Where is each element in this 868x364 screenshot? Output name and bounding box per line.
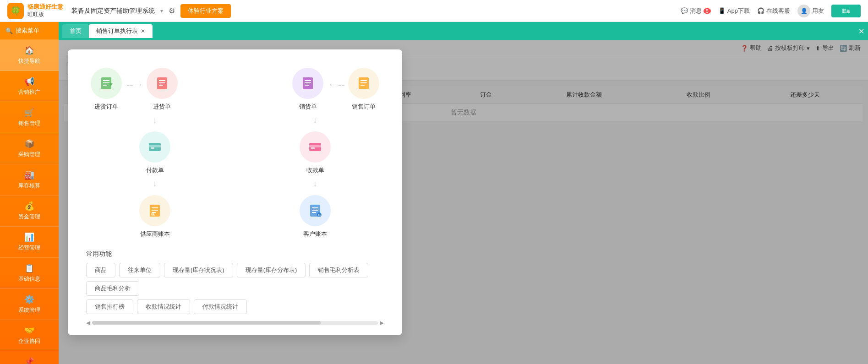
svg-text:账: 账	[318, 213, 321, 217]
message-badge: 5	[704, 8, 711, 14]
page-content: ❓ 帮助 🖨 按模板打印 ▾ ⬆ 导出 🔄 刷新	[59, 40, 868, 364]
sales-label: 销售管理	[18, 120, 40, 127]
ea-badge: Ea	[831, 5, 861, 17]
func-btn-receipt-stat[interactable]: 收款情况统计	[137, 299, 190, 314]
func-btn-stock-status[interactable]: 现存量(库存状况表)	[164, 263, 233, 277]
func-btn-product[interactable]: 商品	[86, 263, 115, 277]
avatar: 👤	[797, 5, 810, 17]
modal-overlay: 进货订单 - - →	[59, 40, 868, 364]
app-icon: 📱	[718, 7, 726, 14]
func-btn-payment-stat[interactable]: 付款情况统计	[194, 299, 247, 314]
settings-icon[interactable]: ⚙	[169, 6, 175, 15]
base-info-icon: 📋	[24, 263, 34, 273]
svg-text:账: 账	[151, 212, 155, 217]
logo-sub: 旺旺版	[27, 11, 63, 18]
system-icon: ⚙️	[24, 294, 34, 304]
sidebar-item-system[interactable]: ⚙️ 系统管理	[0, 289, 59, 320]
trial-button[interactable]: 体验行业方案	[180, 4, 231, 18]
content-area: 首页 销售订单执行表 ✕ ✕ ❓ 帮助 🖨	[59, 22, 868, 364]
tab-home-label: 首页	[70, 27, 82, 35]
func-btn-product-gross[interactable]: 商品毛利分析	[86, 281, 139, 296]
sidebar-item-enterprise[interactable]: 🤝 企业协同	[0, 320, 59, 351]
purchase-icon: 📦	[24, 139, 34, 149]
payment-node[interactable]: 付款单	[132, 127, 178, 179]
app-download-button[interactable]: 📱 App下载	[718, 7, 750, 15]
finance-label: 资金管理	[18, 213, 40, 221]
scrollbar-thumb	[92, 321, 321, 325]
marketing-icon: 📢	[24, 76, 34, 87]
system-dropdown-icon[interactable]: ▾	[160, 8, 163, 14]
sidebar-item-quick-nav[interactable]: 🏠 快捷导航	[0, 40, 59, 71]
supplier-account-label: 供应商账本	[140, 230, 170, 238]
message-button[interactable]: 💬 消息 5	[681, 7, 711, 15]
logo-main: 畅康通好生意	[27, 3, 63, 11]
inventory-label: 库存核算	[18, 182, 40, 190]
sidebar-item-purchase[interactable]: 📦 采购管理	[0, 133, 59, 164]
sidebar-item-inventory[interactable]: 🏭 库存核算	[0, 164, 59, 196]
scroll-right-icon[interactable]: ▶	[380, 320, 384, 326]
sales-order-icon	[348, 68, 379, 99]
tab-close-icon[interactable]: ✕	[141, 28, 145, 34]
sidebar: 🔍 搜索菜单 🏠 快捷导航 📢 营销推广 🛒 销售管理 📦 采购管理 🏭	[0, 22, 59, 364]
modal-box: 进货订单 - - →	[68, 49, 402, 335]
tab-sales-order-exec[interactable]: 销售订单执行表 ✕	[89, 24, 153, 38]
sidebar-item-base-info[interactable]: 📋 基础信息	[0, 258, 59, 289]
sales-order-node[interactable]: 销售订单	[344, 63, 384, 115]
sidebar-item-operation[interactable]: 📊 经营管理	[0, 227, 59, 258]
user-name: 用友	[812, 7, 824, 15]
supplier-account-icon: 账	[139, 195, 170, 226]
receipt-label: 收款单	[306, 166, 324, 174]
func-buttons-row2: 销售排行榜 收款情况统计 付款情况统计	[86, 299, 384, 314]
svg-rect-19	[151, 147, 154, 149]
sidebar-item-sales[interactable]: 🛒 销售管理	[0, 102, 59, 133]
sidebar-item-guide[interactable]: 📌 新手引导	[0, 351, 59, 364]
customer-account-node[interactable]: 账 客户账本	[292, 190, 338, 243]
top-bar: 🍀 畅康通好生意 旺旺版 装备及固定资产辅助管理系统 ▾ ⚙ 体验行业方案 💬 …	[0, 0, 868, 22]
enterprise-icon: 🤝	[24, 326, 34, 336]
func-btn-sales-gross[interactable]: 销售毛利分析表	[309, 263, 368, 277]
top-bar-left: 🍀 畅康通好生意 旺旺版 装备及固定资产辅助管理系统 ▾ ⚙ 体验行业方案	[7, 3, 231, 19]
scrollbar-track[interactable]	[92, 321, 378, 325]
message-label: 消息	[690, 7, 702, 15]
receipt-node[interactable]: 收款单	[292, 127, 338, 179]
marketing-label: 营销推广	[18, 88, 40, 96]
base-info-label: 基础信息	[18, 275, 40, 283]
sidebar-item-finance[interactable]: 💰 资金管理	[0, 196, 59, 227]
message-icon: 💬	[681, 7, 688, 14]
user-area[interactable]: 👤 用友	[797, 5, 824, 17]
sidebar-item-marketing[interactable]: 📢 营销推广	[0, 71, 59, 102]
purchase-bill-node[interactable]: 进货单	[142, 63, 182, 115]
app-download-label: App下载	[727, 7, 750, 15]
search-icon: 🔍	[5, 27, 13, 34]
sales-bill-icon	[292, 68, 323, 99]
online-service-button[interactable]: 🎧 在线客服	[757, 7, 790, 15]
system-name: 装备及固定资产辅助管理系统	[71, 7, 155, 15]
inventory-icon: 🏭	[24, 170, 34, 180]
func-btn-sales-rank[interactable]: 销售排行榜	[86, 299, 133, 314]
func-btn-stock-dist[interactable]: 现存量(库存分布表)	[237, 263, 306, 277]
sales-bill-node[interactable]: 销货单	[288, 63, 328, 115]
operation-icon: 📊	[24, 232, 34, 242]
sales-order-label: 销售订单	[352, 103, 376, 111]
guide-icon: 📌	[24, 357, 34, 364]
arrow-so-sb: ← - -	[328, 79, 344, 100]
tab-home[interactable]: 首页	[62, 24, 89, 38]
purchase-bill-label: 进货单	[153, 103, 171, 111]
enterprise-label: 企业协同	[18, 337, 40, 345]
tab-bar-close-icon[interactable]: ✕	[858, 27, 864, 36]
purchase-label: 采购管理	[18, 151, 40, 158]
purchase-order-node[interactable]: 进货订单	[86, 63, 126, 115]
func-btn-partner[interactable]: 往来单位	[119, 263, 160, 277]
service-label: 在线客服	[766, 7, 790, 15]
sales-bill-label: 销货单	[299, 103, 317, 111]
func-buttons-row1: 商品 往来单位 现存量(库存状况表) 现存量(库存分布表) 销售毛利分析表 商品…	[86, 263, 384, 296]
operation-label: 经营管理	[18, 244, 40, 252]
supplier-account-node[interactable]: 账 供应商账本	[132, 190, 178, 243]
service-icon: 🎧	[757, 7, 764, 14]
system-label: 系统管理	[18, 306, 40, 314]
scroll-left-icon[interactable]: ◀	[86, 320, 90, 326]
purchase-order-icon	[91, 68, 122, 99]
svg-rect-18	[149, 145, 161, 147]
logo-text: 畅康通好生意 旺旺版	[27, 3, 63, 18]
sidebar-search[interactable]: 🔍 搜索菜单	[0, 22, 59, 40]
